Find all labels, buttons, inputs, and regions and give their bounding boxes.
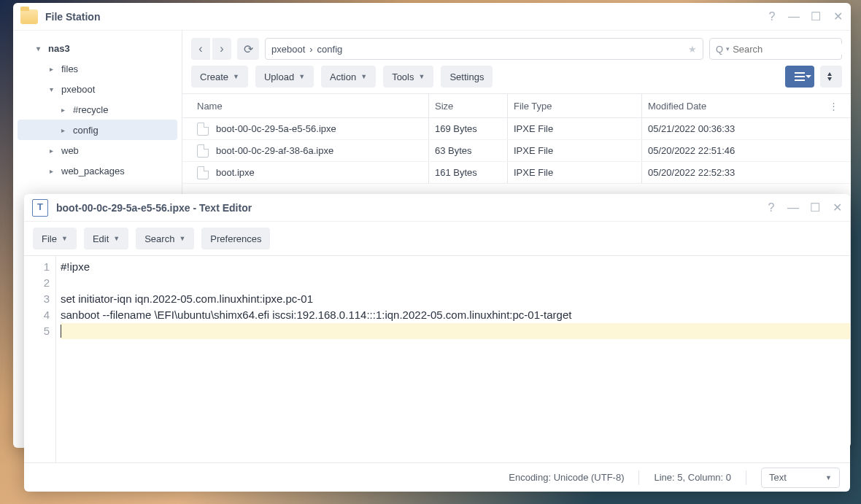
menu-label: Preferences [210,233,261,244]
tree-item-recycle[interactable]: ▸#recycle [13,99,182,120]
file-modified: 05/21/2022 00:36:33 [642,123,825,134]
col-size[interactable]: Size [429,94,508,117]
edit-menu[interactable]: Edit▼ [84,228,128,249]
tree-label: #recycle [73,104,108,115]
column-options-icon[interactable]: ⋮ [825,101,842,112]
tools-button[interactable]: Tools▼ [383,66,433,88]
caret-down-icon: ▼ [360,73,367,80]
file-name: boot.ipxe [216,167,255,178]
nav-back-button[interactable]: ‹ [191,38,210,60]
upload-button[interactable]: Upload▼ [255,66,314,88]
preferences-button[interactable]: Preferences [201,228,270,249]
tree-label: web [61,145,79,156]
status-bar: Encoding: Unicode (UTF-8) Line: 5, Colum… [24,462,850,492]
caret-right-icon: ▸ [50,147,57,155]
tree-item-config[interactable]: ▸config [18,120,177,140]
table-row[interactable]: boot-00-0c-29-5a-e5-56.ipxe169 BytesIPXE… [182,118,851,140]
col-name[interactable]: Name [191,94,429,117]
file-type: IPXE File [508,140,642,161]
separator [746,470,746,485]
table-row[interactable]: boot.ipxe161 BytesIPXE File05/20/2022 22… [182,162,851,184]
list-view-button[interactable] [785,66,814,88]
separator [638,470,639,485]
breadcrumb-sep: › [309,44,312,55]
file-name: boot-00-0c-29-af-38-6a.ipxe [216,145,333,156]
code-line[interactable]: sanboot --filename \EFI\ubuntu\shimx64.e… [61,307,850,323]
search-input[interactable] [733,44,851,55]
tree-root[interactable]: ▾nas3 [13,38,182,58]
file-name: boot-00-0c-29-5a-e5-56.ipxe [216,123,336,134]
maximize-icon[interactable]: ☐ [810,11,822,23]
help-icon[interactable]: ? [765,202,777,214]
code-line[interactable] [61,323,850,339]
sort-button[interactable] [820,66,842,88]
file-type: IPXE File [508,118,642,139]
tree-item-web[interactable]: ▸web [13,140,182,160]
tree-label: web_packages [61,166,125,177]
breadcrumb-segment[interactable]: config [317,44,343,55]
file-icon [197,123,209,136]
breadcrumb[interactable]: pxeboot › config ★ [265,38,703,60]
tree-item-web-packages[interactable]: ▸web_packages [13,160,182,181]
sort-icon [825,71,837,82]
star-icon[interactable]: ★ [688,44,697,55]
search-caret-icon[interactable]: ▾ [726,45,730,53]
tree-item-files[interactable]: ▸files [13,58,182,79]
menu-label: Search [144,233,174,244]
close-icon[interactable]: ✕ [832,11,843,23]
syntax-mode-select[interactable]: Text▼ [761,468,840,488]
caret-down-icon: ▾ [36,44,44,53]
mode-label: Text [769,472,787,483]
te-title: boot-00-0c-29-5a-e5-56.ipxe - Text Edito… [56,202,765,214]
text-cursor [61,325,61,338]
caret-down-icon: ▼ [298,73,305,80]
reload-button[interactable]: ⟳ [237,38,259,60]
table-row[interactable]: boot-00-0c-29-af-38-6a.ipxe63 BytesIPXE … [182,140,851,162]
minimize-icon[interactable]: — [788,11,800,23]
caret-down-icon: ▼ [61,235,68,242]
encoding-label: Encoding: Unicode (UTF-8) [509,472,624,483]
maximize-icon[interactable]: ☐ [809,202,821,214]
file-type: IPXE File [508,162,642,183]
caret-down-icon: ▼ [179,235,185,242]
breadcrumb-segment[interactable]: pxeboot [271,44,305,55]
code-line[interactable]: set initiator-iqn iqn.2022-05.com.linuxh… [61,291,850,307]
menu-label: Edit [93,233,109,244]
file-modified: 05/20/2022 22:52:33 [642,167,825,178]
file-size: 63 Bytes [429,140,508,161]
file-icon [197,166,209,179]
tree-item-pxeboot[interactable]: ▾pxeboot [13,79,182,99]
btn-label: Action [330,71,356,82]
help-icon[interactable]: ? [766,11,778,23]
code-area[interactable]: #!ipxeset initiator-iqn iqn.2022-05.com.… [56,256,850,462]
text-editor-window: boot-00-0c-29-5a-e5-56.ipxe - Text Edito… [24,194,850,492]
editor[interactable]: 12345 #!ipxeset initiator-iqn iqn.2022-0… [24,255,850,462]
line-number-gutter: 12345 [24,256,56,462]
caret-right-icon: ▸ [50,65,57,73]
minimize-icon[interactable]: — [787,202,799,214]
close-icon[interactable]: ✕ [831,202,843,214]
code-line[interactable]: #!ipxe [61,259,850,275]
file-menu[interactable]: File▼ [33,228,77,249]
file-icon [197,144,209,158]
nav-forward-button[interactable]: › [212,38,231,60]
file-size: 169 Bytes [429,118,508,139]
file-list: boot-00-0c-29-5a-e5-56.ipxe169 BytesIPXE… [182,118,851,184]
create-button[interactable]: Create▼ [191,66,248,88]
settings-button[interactable]: Settings [441,66,493,88]
list-icon [795,72,805,81]
col-modified-date[interactable]: Modified Date [642,101,825,112]
file-modified: 05/20/2022 22:51:46 [642,145,825,156]
caret-down-icon: ▼ [419,73,425,80]
btn-label: Upload [264,71,294,82]
tree-label: pxeboot [61,84,95,95]
search-box[interactable]: Q▾ [709,38,842,60]
col-file-type[interactable]: File Type [508,94,642,117]
caret-right-icon: ▸ [61,106,69,114]
code-line[interactable] [61,275,850,291]
caret-right-icon: ▸ [61,126,69,134]
caret-down-icon: ▼ [825,474,832,481]
search-menu[interactable]: Search▼ [136,228,194,249]
file-size: 161 Bytes [429,162,508,183]
action-button[interactable]: Action▼ [321,66,376,88]
